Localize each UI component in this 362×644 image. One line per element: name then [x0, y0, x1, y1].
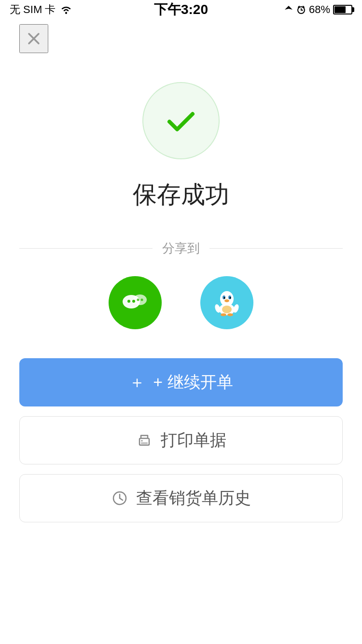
- svg-point-10: [127, 300, 130, 303]
- share-label: 分享到: [153, 240, 209, 257]
- svg-point-18: [230, 297, 231, 299]
- svg-point-25: [222, 306, 232, 313]
- battery-percent: 68%: [309, 3, 330, 16]
- svg-point-28: [141, 440, 143, 442]
- svg-point-12: [137, 299, 139, 301]
- continue-label: + 继续开单: [153, 371, 233, 393]
- svg-point-17: [224, 297, 225, 299]
- close-icon: [25, 30, 42, 47]
- print-button[interactable]: 打印单据: [19, 416, 343, 464]
- share-section: 分享到: [19, 240, 343, 257]
- status-right: 68%: [284, 3, 352, 16]
- history-icon: [111, 490, 128, 507]
- sim-status: 无 SIM 卡: [10, 2, 56, 17]
- svg-line-31: [120, 498, 123, 500]
- qq-share-button[interactable]: [200, 276, 253, 329]
- plus-icon: ＋: [129, 371, 145, 393]
- success-circle: [142, 82, 220, 159]
- battery-icon: [333, 5, 352, 14]
- main-content: 保存成功 分享到: [0, 19, 362, 644]
- status-time: 下午3:20: [154, 0, 208, 19]
- svg-line-4: [298, 6, 299, 7]
- location-icon: [284, 5, 293, 14]
- svg-point-9: [133, 294, 147, 305]
- alarm-icon: [296, 5, 306, 14]
- svg-point-19: [224, 299, 229, 302]
- wechat-icon: [120, 287, 151, 318]
- wechat-share-button[interactable]: [109, 276, 162, 329]
- close-button[interactable]: [19, 24, 48, 53]
- share-icons-row: [109, 276, 253, 329]
- status-left: 无 SIM 卡: [10, 2, 73, 17]
- wifi-icon: [59, 5, 73, 14]
- checkmark-icon: [162, 101, 200, 140]
- svg-point-21: [221, 313, 226, 316]
- svg-point-11: [132, 300, 135, 303]
- history-button[interactable]: 查看销货单历史: [19, 474, 343, 522]
- svg-point-13: [141, 299, 143, 301]
- action-buttons: ＋ + 继续开单 打印单据 查看销货单历史: [19, 358, 343, 522]
- svg-point-22: [227, 313, 233, 316]
- continue-button[interactable]: ＋ + 继续开单: [19, 358, 343, 406]
- status-bar: 无 SIM 卡 下午3:20 68%: [0, 0, 362, 19]
- history-label: 查看销货单历史: [136, 487, 251, 509]
- svg-rect-27: [141, 442, 148, 444]
- qq-icon: [211, 287, 242, 318]
- success-title: 保存成功: [133, 179, 229, 211]
- svg-point-0: [65, 12, 67, 14]
- print-icon: [136, 432, 153, 449]
- svg-line-5: [303, 6, 304, 7]
- print-label: 打印单据: [161, 429, 226, 451]
